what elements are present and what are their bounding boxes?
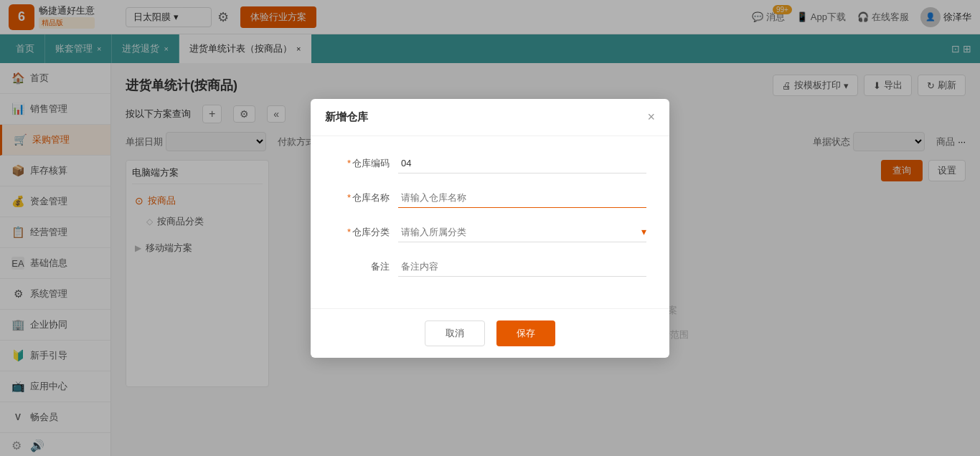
form-row-code: 仓库编码: [334, 153, 646, 174]
cancel-button[interactable]: 取消: [425, 320, 485, 346]
dialog-title: 新增仓库: [325, 110, 368, 124]
name-label: 仓库名称: [334, 191, 398, 204]
save-button[interactable]: 保存: [496, 320, 555, 346]
category-dropdown-icon[interactable]: ▾: [641, 226, 646, 237]
category-select-wrapper: ▾: [398, 222, 646, 242]
dialog-header: 新增仓库 ×: [311, 99, 669, 136]
dialog-body: 仓库编码 仓库名称 仓库分类 ▾ 备注: [311, 136, 669, 308]
remark-label: 备注: [334, 260, 398, 273]
form-row-category: 仓库分类 ▾: [334, 222, 646, 242]
form-row-name: 仓库名称: [334, 188, 646, 208]
code-label: 仓库编码: [334, 157, 398, 170]
category-input[interactable]: [398, 222, 641, 242]
dialog-footer: 取消 保存: [311, 308, 669, 358]
dialog-close-button[interactable]: ×: [647, 110, 655, 123]
category-label: 仓库分类: [334, 226, 398, 239]
remark-input[interactable]: [398, 257, 646, 277]
form-row-remark: 备注: [334, 257, 646, 277]
code-input[interactable]: [398, 153, 646, 174]
name-input[interactable]: [398, 188, 646, 208]
modal-overlay: 新增仓库 × 仓库编码 仓库名称 仓库分类 ▾: [0, 0, 980, 456]
add-warehouse-dialog: 新增仓库 × 仓库编码 仓库名称 仓库分类 ▾: [311, 99, 669, 358]
